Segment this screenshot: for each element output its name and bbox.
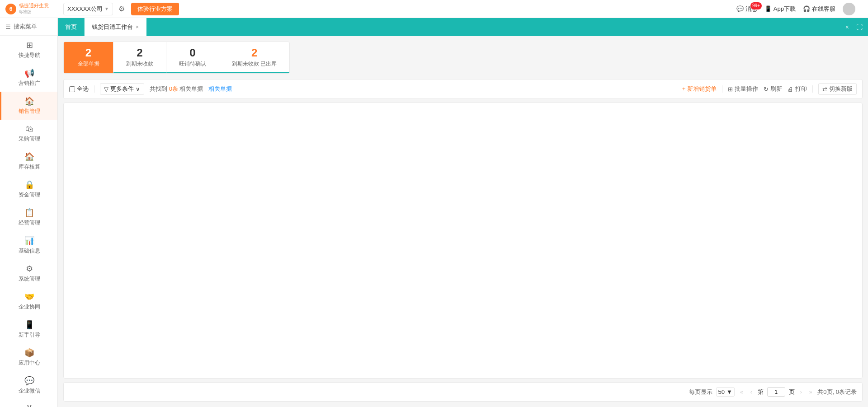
sidebar-item-member[interactable]: V 畅会员 [0, 399, 57, 407]
related-link[interactable]: 相关单据 [208, 85, 232, 93]
sidebar-item-app-center[interactable]: 📦 应用中心 [0, 343, 57, 371]
filter-icon: ▽ [104, 86, 108, 93]
card-shipped-underline [219, 72, 289, 73]
member-icon: V [27, 404, 31, 407]
card-shipped[interactable]: 2 到期未收款 已出库 [219, 42, 289, 73]
operations-label: 经营管理 [19, 219, 40, 227]
add-order-button[interactable]: + 新增销货单 [682, 85, 717, 93]
sidebar-item-inventory[interactable]: 🏠 库存核算 [0, 147, 57, 175]
card-shipped-label: 到期未收款 已出库 [232, 60, 277, 68]
sidebar-item-system[interactable]: ⚙ 系统管理 [0, 259, 57, 287]
basic-info-label: 基础信息 [19, 247, 40, 255]
app-download-button[interactable]: 📱 App下载 [764, 5, 796, 13]
card-pending-underline [166, 72, 219, 73]
select-all-input[interactable] [69, 86, 75, 92]
sidebar-item-sales[interactable]: 🏠 销售管理 [0, 92, 57, 120]
print-button[interactable]: 🖨 打印 [788, 85, 807, 93]
sales-label: 销售管理 [19, 108, 40, 115]
marketing-icon: 📢 [24, 68, 34, 78]
layout: ☰ 搜索菜单 ⊞ 快捷导航 📢 营销推广 🏠 销售管理 🛍 采购管理 🏠 库存核… [0, 0, 868, 407]
add-order-label: + 新增销货单 [682, 85, 717, 93]
settings-icon[interactable]: ⚙ [117, 3, 127, 15]
company-arrow-icon: ▼ [104, 6, 109, 11]
sidebar-item-quick-nav[interactable]: ⊞ 快捷导航 [0, 36, 57, 64]
last-page-button[interactable]: » [807, 388, 814, 396]
sidebar-item-operations[interactable]: 📋 经营管理 [0, 203, 57, 231]
per-page-select[interactable]: 50 ▼ [716, 387, 735, 397]
cooperation-label: 企业协同 [19, 303, 40, 311]
card-all[interactable]: 2 全部单据 [64, 42, 113, 73]
select-all-checkbox[interactable]: 全选 [69, 85, 89, 93]
card-pending[interactable]: 0 旺铺待确认 [166, 42, 219, 73]
guide-label: 新手引导 [19, 331, 40, 339]
card-pending-label: 旺铺待确认 [179, 60, 206, 68]
message-icon: 💬 [736, 5, 744, 12]
card-pending-num: 0 [179, 47, 206, 58]
sidebar: ☰ 搜索菜单 ⊞ 快捷导航 📢 营销推广 🏠 销售管理 🛍 采购管理 🏠 库存核… [0, 18, 58, 407]
company-name: XXXXXX公司 [67, 5, 103, 13]
tab-close-icon[interactable]: × [136, 24, 139, 30]
card-overdue-underline [113, 72, 166, 73]
card-overdue-num: 2 [126, 47, 153, 58]
quick-nav-icon: ⊞ [26, 40, 33, 50]
sidebar-item-marketing[interactable]: 📢 营销推广 [0, 64, 57, 92]
next-page-button[interactable]: › [798, 388, 804, 396]
summary-cards: 2 全部单据 2 到期未收款 0 旺铺待确认 2 到期未收款 已出库 [63, 42, 290, 74]
refresh-button[interactable]: ↻ 刷新 [764, 85, 782, 93]
per-page-arrow-icon: ▼ [726, 388, 732, 395]
tab-fullscreen-btn[interactable]: ⛶ [854, 22, 864, 33]
found-prefix: 共找到 [150, 85, 167, 92]
service-label: 在线客服 [812, 5, 835, 13]
toolbar-right: + 新增销货单 ⊞ 批量操作 ↻ 刷新 🖨 打印 [682, 83, 857, 95]
avatar[interactable] [843, 3, 855, 15]
logo-icon: 6 [5, 4, 16, 14]
basic-info-icon: 📊 [24, 236, 34, 246]
company-selector[interactable]: XXXXXX公司 ▼ [63, 3, 113, 15]
page-suffix: 页 [789, 388, 795, 396]
per-page-value: 50 [718, 388, 725, 395]
main-content: 首页 钱货日清工作台 × × ⛶ 2 全部单据 2 到期未收款 [58, 18, 868, 407]
purchase-label: 采购管理 [19, 135, 40, 143]
pagination: 每页显示 50 ▼ « ‹ 第 页 › » 共0页, 0条记录 [63, 382, 863, 402]
cooperation-icon: 🤝 [24, 292, 34, 302]
operations-icon: 📋 [24, 208, 34, 218]
service-button[interactable]: 🎧 在线客服 [803, 5, 835, 13]
system-label: 系统管理 [19, 275, 40, 283]
logo-tag: 标准版 [19, 9, 49, 15]
page-input[interactable] [767, 387, 785, 397]
inventory-icon: 🏠 [24, 152, 34, 162]
per-page-label: 每页显示 [689, 388, 712, 396]
page-content: 2 全部单据 2 到期未收款 0 旺铺待确认 2 到期未收款 已出库 [58, 36, 868, 407]
refresh-icon: ↻ [764, 86, 769, 93]
tab-workbench[interactable]: 钱货日清工作台 × [85, 18, 146, 36]
sidebar-item-guide[interactable]: 📱 新手引导 [0, 315, 57, 343]
first-page-button[interactable]: « [738, 388, 745, 396]
refresh-label: 刷新 [770, 85, 782, 93]
tab-close-btn[interactable]: × [844, 22, 851, 33]
sales-icon: 🏠 [24, 96, 34, 106]
select-all-label: 全选 [77, 85, 89, 93]
found-count: 0条 [169, 85, 178, 92]
message-button[interactable]: 💬 消息 99+ [736, 5, 757, 13]
sidebar-item-basic-info[interactable]: 📊 基础信息 [0, 231, 57, 259]
card-overdue[interactable]: 2 到期未收款 [113, 42, 166, 73]
tab-home-label: 首页 [65, 23, 77, 31]
sidebar-item-wecom[interactable]: 💬 企业微信 [0, 371, 57, 399]
sidebar-search[interactable]: ☰ 搜索菜单 [0, 18, 57, 36]
card-overdue-label: 到期未收款 [126, 60, 153, 68]
prev-page-button[interactable]: ‹ [749, 388, 754, 396]
page-label: 第 [758, 388, 764, 396]
wecom-label: 企业微信 [19, 387, 40, 395]
trial-button[interactable]: 体验行业方案 [131, 3, 179, 15]
toolbar-divider-2 [722, 85, 722, 93]
sidebar-item-cooperation[interactable]: 🤝 企业协同 [0, 287, 57, 315]
switch-button[interactable]: ⇄ 切换新版 [818, 83, 857, 95]
card-all-num: 2 [76, 47, 100, 58]
sidebar-item-finance[interactable]: 🔒 资金管理 [0, 175, 57, 203]
found-suffix: 相关单据 [179, 85, 203, 92]
batch-button[interactable]: ⊞ 批量操作 [728, 85, 758, 93]
sidebar-item-purchase[interactable]: 🛍 采购管理 [0, 120, 57, 147]
tab-home[interactable]: 首页 [58, 18, 85, 36]
batch-label: 批量操作 [735, 85, 758, 93]
filter-button[interactable]: ▽ 更多条件 ∨ [100, 83, 144, 95]
